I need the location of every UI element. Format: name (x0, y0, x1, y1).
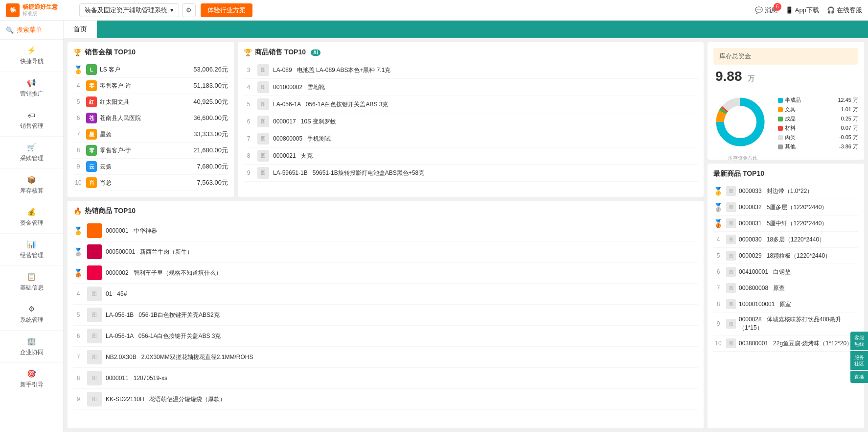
product-thumb: 图 (726, 338, 736, 348)
gear-button[interactable]: ⚙ (182, 3, 196, 17)
table-row: 6 图 0000017 10S 变刹罗蚊 (244, 113, 698, 130)
list-item: 9 图 KK-SD22110H 花语萌侣温分罐罐袋（厚款） (73, 389, 698, 410)
trial-button[interactable]: 体验行业方案 (201, 3, 252, 17)
sidebar-item-system[interactable]: ⚙ 系统管理 (0, 298, 63, 331)
list-item: 4 图 01 45# (73, 284, 698, 305)
rank-badge: 肖 (86, 177, 97, 188)
sidebar-item-enterprise[interactable]: 🏢 企业协同 (0, 331, 63, 363)
hot-products-card: 🔥 热销商品 TOP10 🥇 0000001 中华神器 🥈 000500001 … (68, 201, 704, 428)
chart-label: 库存资金占比 (728, 155, 757, 162)
list-item: 🥉 0000002 智利车子里（规格不知道填什么） (73, 263, 698, 284)
sidebar: 🔍 搜索菜单 ⚡ 快捷导航 📢 营销推广 🏷 销售管理 🛒 采购管理 📦 库存核… (0, 21, 64, 432)
app-download-button[interactable]: 📱 App下载 (785, 6, 819, 15)
product-thumb: 图 (726, 299, 736, 309)
operations-icon: 📊 (27, 240, 37, 249)
float-buttons: 客服热线 服务社区 直播 (850, 332, 868, 383)
sidebar-item-quick-nav[interactable]: ⚡ 快捷导航 (0, 40, 63, 72)
donut-chart: 库存资金占比 (713, 95, 772, 154)
sidebar-item-finance[interactable]: 💰 资金管理 (0, 201, 63, 234)
list-item: 6 图 004100001 白钢垫 (713, 264, 858, 280)
purchase-icon: 🛒 (27, 143, 37, 152)
service-community-button[interactable]: 服务社区 (850, 351, 868, 370)
page-content: 🏆 销售金额 TOP10 🥇 L LS 客户 53,006.26元 4 (64, 38, 868, 432)
product-thumb: 图 (257, 64, 269, 76)
list-item: 5 图 LA-056-1B 056-1B白色按键开关壳ABS2克 (73, 305, 698, 326)
product-thumb: 图 (257, 81, 269, 93)
table-row: 4 图 001000002 雪地靴 (244, 79, 698, 96)
inventory-top-bar: 库存总资金 (713, 48, 858, 65)
message-badge: 6 (774, 3, 781, 11)
headset-icon: 🎧 (827, 6, 835, 14)
product-thumb: 图 (87, 371, 102, 385)
product-thumb: 图 (87, 329, 102, 343)
list-item: 5 图 0000029 18颗粒板（1220*2440） (713, 248, 858, 264)
medal-icon: 🥉 (73, 268, 83, 278)
latest-products-card: 最新商品 TOP10 🥇 图 0000033 封边带（1.0*22） 🥈 图 0… (708, 164, 864, 428)
list-item: 6 图 LA-056-1A 056-1A白色按键开关盖ABS 3克 (73, 326, 698, 347)
basic-info-icon: 📋 (27, 272, 37, 282)
table-row: 8 零 零售客户-于 21,680.00元 (73, 143, 228, 159)
product-thumb: 图 (257, 116, 269, 127)
table-row: 5 红 红太阳文具 40,925.00元 (73, 94, 228, 110)
sidebar-item-marketing[interactable]: 📢 营销推广 (0, 72, 63, 104)
message-icon: 💬 (755, 6, 763, 14)
list-item: 🥉 图 0000031 5厘中纤（1220*2440） (713, 216, 858, 232)
rank-badge: 红 (86, 96, 97, 107)
service-button[interactable]: 🎧 在线客服 (827, 6, 862, 15)
nav-tabs: 首页 (64, 21, 868, 38)
product-thumb: 图 (726, 267, 736, 277)
inventory-amount: 9.88 万 (713, 69, 754, 84)
sidebar-item-basic-info[interactable]: 📋 基础信息 (0, 266, 63, 298)
product-thumb (87, 265, 102, 280)
hot-products-title: 🔥 热销商品 TOP10 (73, 207, 698, 216)
product-thumb: 图 (257, 98, 269, 110)
sidebar-item-inventory[interactable]: 📦 库存核算 (0, 169, 63, 201)
legend-dot (778, 107, 783, 112)
live-broadcast-button[interactable]: 直播 (850, 371, 868, 383)
product-thumb: 图 (726, 283, 736, 293)
product-thumb (87, 223, 102, 238)
medal-icon: 🥈 (73, 247, 83, 257)
phone-icon: 📱 (785, 6, 793, 14)
table-row: 5 图 LA-056-1A 056-1A白色按键开关盖ABS 3克 (244, 96, 698, 113)
rank-badge: L (86, 64, 97, 75)
product-thumb: 图 (257, 133, 269, 144)
sidebar-item-guide[interactable]: 🎯 新手引导 (0, 363, 63, 395)
medal-icon: 🥉 (713, 219, 723, 228)
inventory-amount-row: 9.88 万 (713, 69, 858, 89)
customer-service-button[interactable]: 客服热线 (850, 332, 868, 350)
list-item: 🥈 000500001 新西兰牛肉（新牛） (73, 241, 698, 263)
product-sales-title: 🏆 商品销售 TOP10 Ai (244, 48, 698, 57)
legend-item: 文具 1.01 万 (778, 106, 858, 113)
inventory-icon: 📦 (27, 175, 37, 185)
sidebar-item-purchase[interactable]: 🛒 采购管理 (0, 137, 63, 169)
product-thumb: 图 (257, 167, 269, 179)
table-row: 6 苍 苍南县人民医院 36,600.00元 (73, 110, 228, 126)
system-selector[interactable]: 装备及固定资产辅助管理系统 ▾ (79, 3, 179, 17)
rank-badge: 苍 (86, 113, 97, 123)
search-menu[interactable]: 🔍 搜索菜单 (0, 21, 63, 40)
sidebar-item-operations[interactable]: 📊 经营管理 (0, 234, 63, 266)
chart-legend: 半成品 12.45 万 文具 1.01 万 成品 0 (778, 96, 858, 152)
table-row: 9 云 云扬 7,680.00元 (73, 159, 228, 175)
content-area: 首页 🏆 销售金额 TOP10 🥇 (64, 21, 868, 432)
customer-ranking-card: 🏆 销售金额 TOP10 🥇 L LS 客户 53,006.26元 4 (68, 42, 234, 197)
marketing-icon: 📢 (27, 78, 37, 88)
legend-dot (778, 126, 783, 131)
product-thumb: 图 (726, 186, 736, 196)
legend-item: 成品 0.25 万 (778, 115, 858, 122)
tab-home[interactable]: 首页 (64, 21, 97, 38)
logo-area: 畅 畅捷通好生意 标准版 (6, 3, 69, 17)
legend-dot (778, 98, 783, 103)
customer-ranking-title: 🏆 销售金额 TOP10 (73, 48, 228, 57)
legend-item: 材料 0.07 万 (778, 124, 858, 132)
product-thumb: 图 (726, 218, 736, 228)
list-item: 7 图 000800008 原查 (713, 280, 858, 296)
inventory-card: 库存总资金 9.88 万 (708, 42, 864, 160)
legend-item: 其他 -3.86 万 (778, 143, 858, 150)
sidebar-item-sales[interactable]: 🏷 销售管理 (0, 104, 63, 137)
product-sales-card: 🏆 商品销售 TOP10 Ai 3 图 LA-089 电池盖 LA-089 AB… (238, 42, 704, 197)
table-row: 10 肖 肖总 7,563.00元 (73, 175, 228, 191)
rank-badge: 零 (86, 80, 97, 91)
message-button[interactable]: 💬 消息 6 (755, 6, 777, 15)
